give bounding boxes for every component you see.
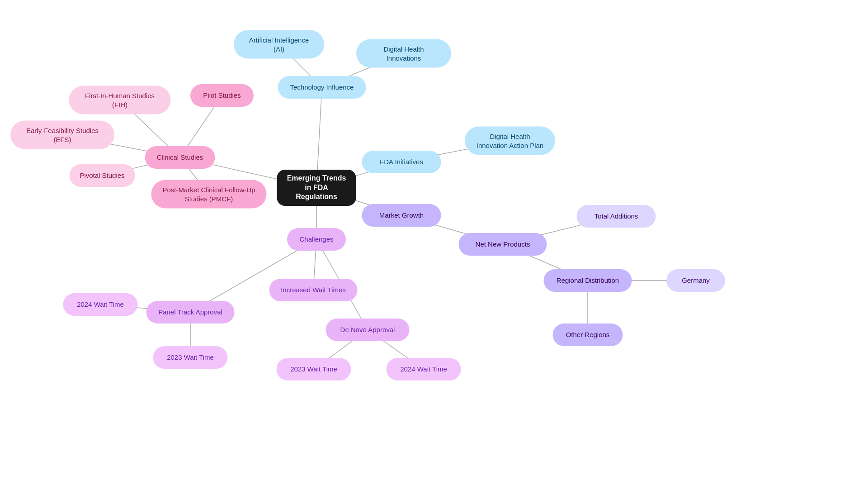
node-pivotal_studies[interactable]: Pivotal Studies xyxy=(70,164,135,187)
node-first_in_human[interactable]: First-In-Human Studies (FIH) xyxy=(69,86,171,114)
node-market_growth[interactable]: Market Growth xyxy=(362,204,441,227)
node-net_new_products[interactable]: Net New Products xyxy=(459,233,547,256)
node-digital_health_innovations[interactable]: Digital Health Innovations xyxy=(356,39,451,68)
node-total_additions[interactable]: Total Additions xyxy=(577,205,656,228)
node-panel_track_approval[interactable]: Panel Track Approval xyxy=(146,301,235,323)
node-early_feasibility[interactable]: Early-Feasibility Studies (EFS) xyxy=(10,121,114,149)
node-digital_health_plan[interactable]: Digital Health Innovation Action Plan xyxy=(465,127,555,155)
node-germany[interactable]: Germany xyxy=(666,269,725,292)
node-pmcf[interactable]: Post-Market Clinical Follow-Up Studies (… xyxy=(151,180,267,209)
node-wait_2023_panel[interactable]: 2023 Wait Time xyxy=(153,346,228,369)
node-wait_2024_deno[interactable]: 2024 Wait Time xyxy=(387,358,461,381)
node-ai[interactable]: Artificial Intelligence (AI) xyxy=(234,30,324,59)
mindmap-container: Emerging Trends in FDA RegulationsArtifi… xyxy=(0,0,868,490)
node-center[interactable]: Emerging Trends in FDA Regulations xyxy=(277,170,356,206)
node-pilot_studies[interactable]: Pilot Studies xyxy=(190,84,254,107)
node-clinical_studies[interactable]: Clinical Studies xyxy=(145,146,215,169)
node-wait_2023_deno[interactable]: 2023 Wait Time xyxy=(277,358,351,381)
node-tech_influence[interactable]: Technology Influence xyxy=(278,76,366,99)
node-wait_2024_panel[interactable]: 2024 Wait Time xyxy=(63,293,138,316)
node-de_novo_approval[interactable]: De Novo Approval xyxy=(326,319,410,341)
connections-svg xyxy=(0,0,868,490)
node-other_regions[interactable]: Other Regions xyxy=(553,323,623,346)
node-increased_wait_times[interactable]: Increased Wait Times xyxy=(269,279,358,301)
node-regional_distribution[interactable]: Regional Distribution xyxy=(544,269,632,292)
node-challenges[interactable]: Challenges xyxy=(287,228,346,251)
node-fda_initiatives[interactable]: FDA Initiatives xyxy=(362,151,441,173)
